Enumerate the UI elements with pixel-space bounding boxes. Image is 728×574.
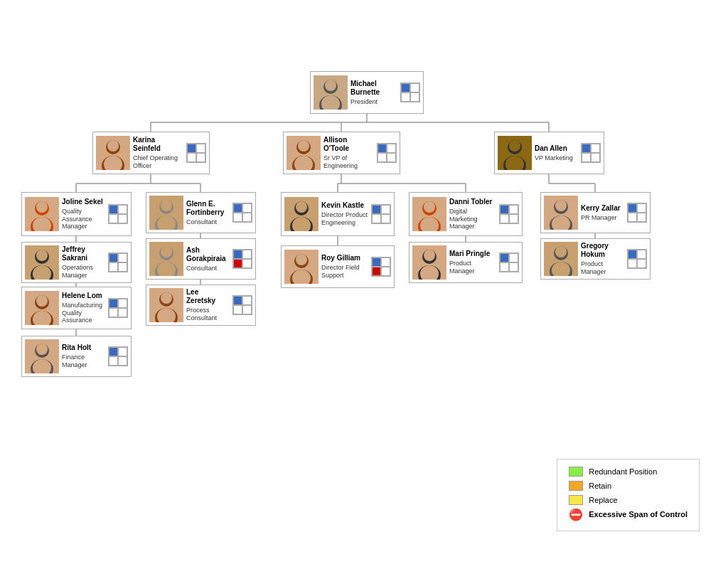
- legend-replace: Replace: [569, 495, 687, 505]
- legend-redundant-box: [569, 467, 583, 477]
- indicator-gregory: [627, 249, 647, 269]
- name-dan: Dan Allen: [535, 144, 578, 153]
- legend: Redundant Position Retain Replace ⛔ Exce…: [557, 459, 700, 531]
- node-roy[interactable]: Roy GilliamDirector Field Support: [281, 245, 395, 288]
- info-roy: Roy GilliamDirector Field Support: [321, 254, 368, 280]
- node-ash[interactable]: Ash GorakpiraiaConsultant: [146, 238, 256, 280]
- title-lee: Process Consultant: [186, 307, 230, 322]
- svg-point-97: [424, 201, 435, 213]
- name-rita: Rita Holt: [62, 344, 105, 352]
- info-jeffrey: Jeffrey SakraniOperations Manager: [62, 245, 105, 280]
- title-rita: Finance Manager: [62, 354, 105, 369]
- svg-point-62: [36, 295, 48, 307]
- legend-retain: Retain: [569, 481, 687, 491]
- title-allison: Sr VP of Engineering: [323, 154, 374, 170]
- info-dan: Dan AllenVP Marketing: [535, 144, 578, 162]
- node-danni[interactable]: Danni ToblerDigital Marketing Manager: [409, 192, 523, 236]
- avatar-roy: [284, 250, 318, 284]
- info-karina: Karina SeinfeldChief Operating Officer: [133, 136, 183, 170]
- indicator-jeffrey: [108, 253, 128, 272]
- avatar-kevin: [284, 197, 318, 231]
- node-michael[interactable]: Michael BurnettePresident: [310, 71, 424, 114]
- indicator-allison: [377, 143, 397, 163]
- avatar-rita: [25, 339, 59, 373]
- title-roy: Director Field Support: [321, 264, 368, 280]
- title-dan: VP Marketing: [535, 154, 578, 162]
- avatar-glenn: [149, 196, 183, 230]
- indicator-kevin: [371, 204, 391, 224]
- legend-replace-box: [569, 495, 583, 505]
- info-glenn: Glenn E. FortinberryConsultant: [186, 200, 230, 226]
- title-jeffrey: Operations Manager: [62, 264, 105, 280]
- legend-replace-label: Replace: [589, 496, 617, 504]
- indicator-roy: [371, 257, 391, 277]
- node-kerry[interactable]: Kerry ZallarPR Manager: [540, 192, 651, 233]
- info-gregory: Gregory HokumProduct Manager: [581, 242, 624, 276]
- node-dan[interactable]: Dan AllenVP Marketing: [494, 132, 604, 174]
- node-jeffrey[interactable]: Jeffrey SakraniOperations Manager: [21, 242, 132, 283]
- node-helene[interactable]: Helene LomManufacturing Quality Assuranc…: [21, 287, 132, 329]
- info-lee: Lee ZeretskyProcess Consultant: [186, 288, 230, 322]
- node-lee[interactable]: Lee ZeretskyProcess Consultant: [146, 285, 256, 326]
- svg-point-37: [107, 140, 119, 152]
- indicator-kerry: [627, 203, 647, 223]
- name-joline: Joline Sekel: [62, 198, 105, 206]
- title-danni: Digital Marketing Manager: [449, 208, 496, 230]
- avatar-danni: [412, 197, 446, 231]
- avatar-michael: [314, 75, 348, 110]
- node-allison[interactable]: Allison O'TooleSr VP of Engineering: [283, 132, 400, 174]
- title-ash: Consultant: [186, 265, 230, 272]
- name-gregory: Gregory Hokum: [581, 242, 624, 259]
- title-mari: Product Manager: [449, 260, 496, 275]
- name-karina: Karina Seinfeld: [133, 136, 183, 153]
- svg-point-77: [161, 246, 172, 257]
- name-helene: Helene Lom: [62, 292, 105, 300]
- svg-point-107: [555, 200, 567, 211]
- legend-redundant: Redundant Position: [569, 467, 687, 477]
- avatar-mari: [412, 245, 446, 280]
- name-allison: Allison O'Toole: [323, 136, 374, 153]
- avatar-kerry: [544, 196, 578, 230]
- info-danni: Danni ToblerDigital Marketing Manager: [449, 198, 496, 230]
- indicator-karina: [186, 143, 206, 163]
- excessive-icon: ⛔: [569, 509, 583, 519]
- avatar-joline: [25, 197, 59, 231]
- avatar-lee: [149, 288, 183, 322]
- svg-point-87: [296, 201, 307, 213]
- node-gregory[interactable]: Gregory HokumProduct Manager: [540, 238, 651, 280]
- indicator-joline: [108, 204, 128, 224]
- avatar-helene: [25, 291, 59, 325]
- name-glenn: Glenn E. Fortinberry: [186, 200, 230, 217]
- indicator-lee: [232, 295, 252, 315]
- info-mari: Mari PringleProduct Manager: [449, 250, 496, 275]
- name-danni: Danni Tobler: [449, 198, 496, 206]
- node-kevin[interactable]: Kevin KastleDirector Product Engineering: [281, 192, 395, 236]
- title-glenn: Consultant: [186, 218, 230, 226]
- org-chart: Michael BurnettePresident Karina Seinfel…: [0, 0, 728, 574]
- indicator-dan: [581, 143, 601, 163]
- info-joline: Joline SekelQuality Assurance Manager: [62, 198, 105, 230]
- name-jeffrey: Jeffrey Sakrani: [62, 245, 105, 262]
- info-michael: Michael BurnettePresident: [350, 80, 397, 106]
- node-joline[interactable]: Joline SekelQuality Assurance Manager: [21, 192, 132, 236]
- indicator-rita: [108, 346, 128, 366]
- legend-redundant-label: Redundant Position: [589, 467, 657, 476]
- name-ash: Ash Gorakpiraia: [186, 246, 230, 263]
- node-rita[interactable]: Rita HoltFinance Manager: [21, 336, 132, 377]
- svg-point-32: [325, 80, 336, 91]
- node-mari[interactable]: Mari PringleProduct Manager: [409, 242, 523, 283]
- legend-retain-label: Retain: [589, 482, 611, 490]
- svg-point-57: [36, 250, 48, 261]
- node-karina[interactable]: Karina SeinfeldChief Operating Officer: [92, 132, 210, 174]
- svg-point-67: [36, 344, 48, 355]
- indicator-ash: [232, 249, 252, 269]
- indicator-glenn: [232, 203, 252, 223]
- legend-excessive-label: Excessive Span of Control: [589, 510, 687, 519]
- node-glenn[interactable]: Glenn E. FortinberryConsultant: [146, 192, 256, 233]
- info-rita: Rita HoltFinance Manager: [62, 344, 105, 369]
- title-gregory: Product Manager: [581, 260, 624, 276]
- indicator-michael: [400, 83, 420, 102]
- indicator-helene: [108, 298, 128, 318]
- svg-point-52: [36, 201, 48, 213]
- name-lee: Lee Zeretsky: [186, 288, 230, 305]
